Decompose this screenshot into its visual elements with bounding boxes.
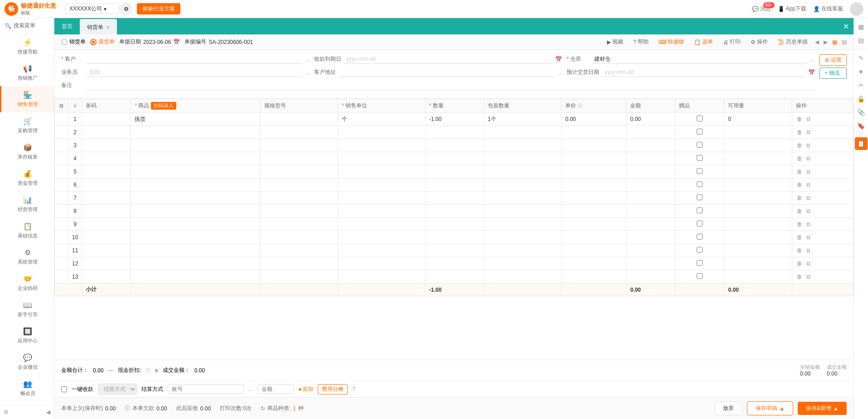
save-draft-button[interactable]: 保存草稿 ▲ [747,401,793,415]
copy-row-btn[interactable]: ⧉ [805,115,811,123]
close-window-icon[interactable]: ✕ [843,22,849,31]
help-btn[interactable]: ? 帮助 [630,37,651,47]
payment-calendar-icon[interactable]: 📅 [555,56,562,63]
prev-icon[interactable]: ◀ [815,39,819,45]
sidebar-item-marketing[interactable]: 📢 营销推广 [0,60,54,86]
history-btn[interactable]: 📜 历史单据 [775,37,810,47]
rt-edit-icon[interactable]: ✎ [855,52,868,64]
add-fee-btn[interactable]: ● 添加 [298,385,313,393]
salesperson-input[interactable] [87,67,302,77]
sidebar-item-operations[interactable]: 📊 经营管理 [0,191,54,217]
pick-btn[interactable]: 📋 选单 [691,37,716,47]
gift-checkbox[interactable] [697,181,703,187]
salesperson-more-btn[interactable]: ... [305,69,310,76]
refresh-icon[interactable]: ↻ [261,405,265,412]
delete-row-btn[interactable]: 🗑 [796,207,803,215]
copy-row-btn[interactable]: ⧉ [805,154,811,163]
rt-lock-icon[interactable]: 🔒 [855,92,868,105]
sidebar-item-finance[interactable]: 💰 资金管理 [0,165,54,191]
delete-row-btn[interactable]: 🗑 [796,141,803,149]
rt-list-view[interactable]: ▤ [855,34,868,47]
calendar-icon[interactable]: 📅 [173,39,180,45]
fee-help-icon[interactable]: ? [352,386,355,392]
sidebar-settings-icon[interactable]: ⚙ [4,409,9,415]
gift-checkbox[interactable] [697,155,703,161]
rt-clipboard-icon[interactable]: 📋 [855,137,868,150]
copy-row-btn[interactable]: ⧉ [805,168,811,176]
sidebar-item-wechat[interactable]: 💬 企业微信 [0,349,54,375]
sidebar-item-inventory[interactable]: 📦 库存核算 [0,139,54,165]
copy-row-btn[interactable]: ⧉ [805,181,811,189]
gift-checkbox[interactable] [697,247,703,253]
rt-scissors-icon[interactable]: ✂ [855,79,868,92]
delivery-date-input[interactable] [602,67,805,77]
col-settings[interactable]: ⚙ [55,99,68,113]
sidebar-item-sales[interactable]: 🏪 销售管理 [0,86,54,112]
delete-row-btn[interactable]: 🗑 [796,260,803,268]
delete-row-btn[interactable]: 🗑 [796,181,803,189]
company-select[interactable]: XXXXXX公司 ▾ [65,4,120,14]
customer-input[interactable] [87,54,302,64]
rt-bookmark-icon[interactable]: 🔖 [855,120,868,132]
payment-method-select[interactable]: 结算方式 [98,384,137,395]
delete-row-btn[interactable]: 🗑 [796,168,803,176]
doc-settings-btn[interactable]: ⚙ 设置 [820,54,847,66]
copy-row-btn[interactable]: ⧉ [805,233,811,241]
logistics-btn[interactable]: + 物流 [820,67,847,79]
delete-row-btn[interactable]: 🗑 [796,128,803,136]
address-more-btn[interactable]: ... [558,69,562,76]
gift-checkbox[interactable] [697,194,703,200]
list-icon[interactable]: ▤ [842,39,847,45]
gift-checkbox[interactable] [697,273,703,279]
copy-row-btn[interactable]: ⧉ [805,260,811,268]
gift-checkbox[interactable] [697,142,703,148]
message-button[interactable]: 💬 消息 99+ [752,5,771,13]
warehouse-input[interactable] [592,54,808,64]
gift-checkbox[interactable] [697,116,703,121]
copy-row-btn[interactable]: ⧉ [805,141,811,149]
delete-row-btn[interactable]: 🗑 [796,246,803,255]
radio-return[interactable]: 退货单 [90,38,115,46]
delete-row-btn[interactable]: 🗑 [796,273,803,281]
account-input[interactable] [168,384,244,394]
one-click-payment-checkbox[interactable] [61,386,67,392]
tab-close-icon[interactable]: ✕ [106,25,110,30]
delete-row-btn[interactable]: 🗑 [796,115,803,123]
next-icon[interactable]: ▶ [824,39,828,45]
video-btn[interactable]: ▶ 视频 [604,37,626,47]
operate-btn[interactable]: ⚙ 操作 [748,37,771,47]
tab-home[interactable]: 首页 [54,18,80,34]
account-more-btn[interactable]: ... [248,386,253,392]
user-avatar[interactable] [850,2,863,16]
warehouse-more-btn[interactable]: ... [810,56,815,63]
gift-checkbox[interactable] [697,168,703,174]
rt-grid-view[interactable]: ▦ [855,20,868,33]
sidebar-item-basic[interactable]: 📋 基础信息 [0,217,54,244]
copy-row-btn[interactable]: ⧉ [805,246,811,255]
delivery-calendar-icon[interactable]: 📅 [808,69,815,76]
sidebar-collapse-icon[interactable]: ◀ [46,409,50,415]
copy-row-btn[interactable]: ⧉ [805,220,811,228]
settings-icon[interactable]: ⚙ [120,3,132,15]
radio-sales[interactable]: 销货单 [61,38,86,46]
save-new-button[interactable]: 保存&新增 ▲ [798,402,847,415]
sidebar-item-appstore[interactable]: 🔲 应用中心 [0,323,54,349]
copy-row-btn[interactable]: ⧉ [805,273,811,281]
gift-checkbox[interactable] [697,221,703,226]
delete-row-btn[interactable]: 🗑 [796,220,803,228]
shortcut-btn[interactable]: ⌨ 快捷键 [656,37,687,47]
delete-row-btn[interactable]: 🗑 [796,194,803,202]
sidebar-item-member[interactable]: 👥 畅会员 [0,375,54,401]
discard-button[interactable]: 放弃 [714,401,742,415]
rt-star-icon[interactable]: ★ [855,65,868,78]
tab-sales-order[interactable]: 销货单 ✕ [80,19,117,35]
copy-row-btn[interactable]: ⧉ [805,207,811,215]
scan-button[interactable]: 扫码录入 [151,102,176,110]
gift-checkbox[interactable] [697,260,703,266]
gift-checkbox[interactable] [697,129,703,135]
rt-paperclip-icon[interactable]: 📎 [855,106,868,119]
payment-date-input[interactable] [344,54,553,64]
notes-input[interactable] [87,81,815,90]
app-download-button[interactable]: 📱 App下载 [778,5,806,13]
customer-address-input[interactable] [339,67,555,77]
